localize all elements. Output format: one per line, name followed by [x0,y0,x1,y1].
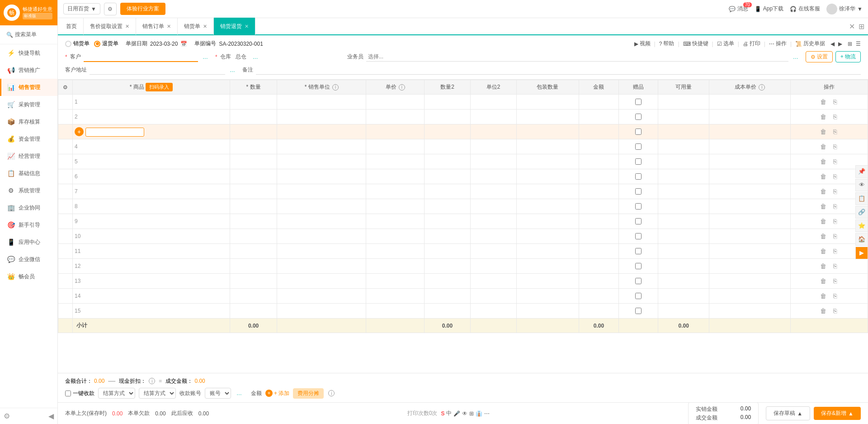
customer-select-btn[interactable]: … [201,54,210,60]
calendar-icon[interactable]: 📅 [180,41,187,47]
gift-checkbox-7[interactable] [635,188,642,195]
date-value[interactable]: 2023-03-20 [150,41,178,47]
cell-gift-14[interactable] [618,289,658,304]
cell-product-9[interactable]: 9 [73,214,230,229]
cell-gift-4[interactable] [618,139,658,154]
right-icon-5[interactable]: ⭐ [855,219,868,232]
sidebar-item-finance[interactable]: 💰 资金管理 [0,130,57,148]
toolbar-print[interactable]: 🖨 打印 [743,40,760,48]
copy-row-btn-6[interactable]: ⎘ [830,172,840,181]
gift-checkbox-6[interactable] [635,173,642,180]
settings-icon[interactable]: ⚙ [4,412,10,420]
gift-checkbox-9[interactable] [635,218,642,224]
tab-sales-return[interactable]: 销货退货 ✕ [214,18,255,35]
cell-gift-13[interactable] [618,274,658,289]
cell-quantity-4[interactable] [230,139,277,154]
collapse-icon[interactable]: ◀ [48,412,54,420]
logistics-button[interactable]: + 物流 [835,51,861,62]
radio-sales-return[interactable]: 退货单 [94,40,118,48]
delete-row-btn-12[interactable]: 🗑 [818,261,828,271]
sidebar-item-shortcuts[interactable]: ⚡ 快捷导航 [0,44,57,62]
delete-row-btn-3[interactable]: 🗑 [818,127,828,137]
cell-product-13[interactable]: 13 [73,274,230,289]
delete-row-btn-13[interactable]: 🗑 [818,276,828,286]
right-icon-3[interactable]: 📋 [855,192,868,205]
delete-row-btn-2[interactable]: 🗑 [818,112,828,122]
cell-quantity-2[interactable] [230,110,277,124]
warehouse-select-btn[interactable]: … [251,54,260,60]
account-select[interactable]: 账号 [205,388,231,399]
user-menu[interactable]: 徐泽华 ▼ [826,4,863,14]
toolbar-icon-more[interactable]: ⋯ [484,410,490,417]
online-service-button[interactable]: 🎧 在线客服 [790,5,820,13]
delete-row-btn-15[interactable]: 🗑 [818,306,828,316]
sidebar-item-enterprise[interactable]: 🏢 企业协同 [0,199,57,216]
cell-quantity-1[interactable] [230,95,277,110]
history-next-icon[interactable]: ▶ [838,41,842,47]
gift-checkbox-5[interactable] [635,158,642,165]
toolbar-select[interactable]: ☑ 选单 [717,40,734,48]
toolbar-icon-s[interactable]: S [441,410,444,417]
copy-row-btn-9[interactable]: ⎘ [830,216,840,226]
app-download-button[interactable]: 📱 App下载 [755,5,783,13]
sidebar-item-basic[interactable]: 📋 基础信息 [0,165,57,182]
cell-quantity-11[interactable] [230,244,277,259]
cell-product-12[interactable]: 12 [73,259,230,274]
cell-product-11[interactable]: 11 [73,244,230,259]
cell-product-5[interactable]: 5 [73,154,230,169]
address-select-btn[interactable]: … [228,67,237,73]
cell-gift-6[interactable] [618,169,658,184]
maximize-icon[interactable]: ⊞ [859,22,864,31]
sidebar-item-inventory[interactable]: 📦 库存核算 [0,113,57,130]
fee-split-info-icon[interactable]: i [328,390,335,396]
toolbar-icon-shirt[interactable]: 👔 [476,410,482,417]
cell-gift-8[interactable] [618,199,658,214]
sidebar-item-member[interactable]: 👑 畅会员 [0,268,57,285]
settlement-method-select[interactable]: 结算方式 [98,388,135,399]
gift-checkbox-8[interactable] [635,203,642,210]
grid-view-icon[interactable]: ⊞ [848,41,852,47]
account-dots[interactable]: … [235,390,244,396]
cell-quantity-12[interactable] [230,259,277,274]
sidebar-item-sales[interactable]: 📊 销售管理 [0,79,57,96]
copy-row-btn-4[interactable]: ⎘ [830,142,840,152]
toolbar-icon-eye[interactable]: 👁 [462,410,467,417]
delete-row-btn-11[interactable]: 🗑 [818,246,828,256]
right-icon-1[interactable]: 📌 [855,165,868,178]
experience-button[interactable]: 体验行业方案 [120,3,165,15]
cell-product-1[interactable]: 1 [73,95,230,110]
one-click-checkbox[interactable] [65,391,71,396]
tab-sales-return-close[interactable]: ✕ [245,24,249,29]
cell-quantity-5[interactable] [230,154,277,169]
copy-row-btn-14[interactable]: ⎘ [830,291,840,301]
th-settings[interactable]: ⚙ [58,80,73,95]
delete-row-btn-6[interactable]: 🗑 [818,172,828,181]
cell-quantity-3[interactable] [230,124,277,139]
delete-row-btn-1[interactable]: 🗑 [818,97,828,107]
toolbar-icon-grid2[interactable]: ⊞ [469,410,474,417]
delete-row-btn-5[interactable]: 🗑 [818,157,828,167]
cash-discount-info-icon[interactable]: i [149,378,155,384]
copy-row-btn-2[interactable]: ⎘ [830,112,840,122]
toolbar-shortcuts[interactable]: ⌨ 快捷键 [683,40,708,48]
copy-row-btn-1[interactable]: ⎘ [830,97,840,107]
toolbar-history[interactable]: 📜 历史单据 [795,40,825,48]
gift-checkbox-3[interactable] [635,129,642,135]
add-button[interactable]: + + 添加 [265,390,289,397]
cell-product-14[interactable]: 14 [73,289,230,304]
delete-row-btn-10[interactable]: 🗑 [818,231,828,241]
sidebar-item-marketing[interactable]: 📢 营销推广 [0,62,57,79]
save-new-button[interactable]: 保存&新增 ▲ [814,407,861,420]
remark-input[interactable] [256,65,861,75]
gift-checkbox-1[interactable] [635,99,642,105]
toolbar-icon-micro[interactable]: 🎤 [453,410,460,417]
cell-quantity-6[interactable] [230,169,277,184]
sidebar-item-operations[interactable]: 📈 经营管理 [0,148,57,165]
topbar-settings-button[interactable]: ⚙ [104,3,117,15]
delete-row-btn-4[interactable]: 🗑 [818,142,828,152]
cell-product-8[interactable]: 8 [73,199,230,214]
scan-button[interactable]: 扫码录入 [146,83,173,91]
copy-row-btn-5[interactable]: ⎘ [830,157,840,167]
right-icon-4[interactable]: 🔗 [855,206,868,219]
delete-row-btn-9[interactable]: 🗑 [818,216,828,226]
